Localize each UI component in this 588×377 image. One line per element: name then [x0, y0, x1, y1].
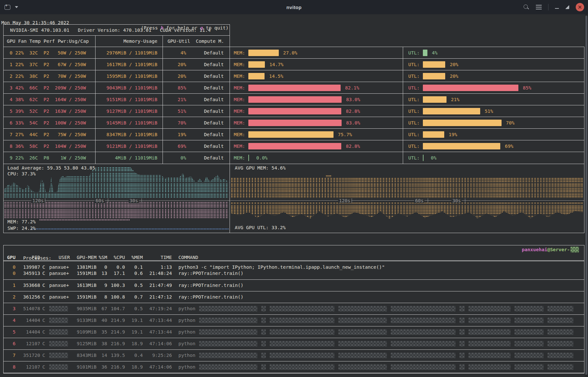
process-command: python: [172, 317, 584, 324]
process-pid: 14404: [16, 317, 40, 324]
gpu-util-cell: 20% Default: [163, 59, 230, 70]
swp-graph: [31, 228, 229, 230]
process-time: 9:25:26: [143, 352, 172, 359]
utl-gauge: UTL: 20%: [403, 59, 584, 70]
username: panxuehai: [522, 245, 548, 254]
process-command: python: [172, 329, 584, 336]
utl-gauge-bar: [423, 120, 502, 126]
censored-user-block: [49, 329, 68, 335]
utl-gauge-bar: [423, 131, 444, 138]
process-sm: 0: [96, 264, 107, 271]
process-table-body: 0 139987 C panxue+ 1381MiB 0 0.0 0.1 1:1…: [4, 261, 584, 373]
minimize-icon[interactable]: [555, 8, 559, 9]
search-icon[interactable]: [523, 4, 529, 10]
censored-command-block: [459, 329, 465, 335]
process-row[interactable]: 1 353668 C panxue+ 1613MiB 9 100.3 0.5 2…: [4, 280, 584, 291]
censored-command-block: [514, 341, 544, 347]
gpu-util-cell: 4% Default: [163, 47, 230, 58]
censored-command-block: [338, 353, 387, 358]
process-sm: 35: [96, 329, 107, 336]
censored-command-block: [391, 364, 456, 370]
censored-command-block: [391, 329, 456, 335]
process-pid: 361256: [16, 294, 40, 300]
gpu-util-value: 21%: [163, 97, 186, 102]
utl-gauge-bar: [423, 96, 447, 103]
mem-gauge-bar: [248, 61, 265, 68]
process-pid: 353668: [16, 282, 40, 289]
utl-gauge-bar: [423, 50, 427, 56]
mem-gauge: MEM: 75.7%: [230, 129, 403, 140]
process-cpu: 139.5: [107, 352, 125, 359]
process-row[interactable]: 3 514078 C 9035MiB 67 104.7 0.5 47:19:24…: [4, 303, 584, 315]
process-row[interactable]: 7 351720 C 8343MiB 14 139.5 0.4 9:25:26 …: [4, 350, 584, 361]
gpu-compute-mode: Default: [186, 120, 230, 125]
censored-command-block: [469, 353, 511, 358]
process-cpu: 216.9: [107, 341, 125, 347]
gpu-graphs: AVG GPU MEM: 54.6% 120s 60s 30s AVG GPU …: [230, 163, 584, 233]
process-time: 47:13:44: [143, 329, 172, 336]
censored-command-block: [270, 306, 334, 312]
process-gpu-index: 3: [4, 306, 16, 312]
censored-command-block: [270, 353, 334, 358]
gpu-memory-cell: 9121MiB / 11019MiB: [95, 140, 163, 152]
scrollbar-thumb[interactable]: [585, 16, 587, 375]
host-graphs: Load Average: 59.35 53.80 43.85 CPU: 37.…: [4, 163, 230, 233]
tick-30s-gpu: 30s: [451, 198, 462, 203]
utl-gauge: UTL: 19%: [403, 129, 584, 140]
mem-gauge-bar: [248, 120, 342, 126]
process-row[interactable]: 6 12107 C 9125MiB 38 216.9 18.9 47:14:06…: [4, 338, 584, 350]
process-gpu-index: 1: [4, 282, 16, 289]
process-mem: 18.9: [125, 341, 143, 347]
censored-command-block: [548, 329, 573, 335]
gpu-row: 7 27% 44C P2 75W / 250W 8347MiB / 11019M…: [4, 129, 584, 140]
gpu-compute-mode: Default: [186, 132, 230, 137]
process-row[interactable]: 4 14404 C 9133MiB 40 214.9 19.1 47:13:44…: [4, 315, 584, 326]
censored-command-block: [469, 329, 511, 335]
process-type: C: [40, 364, 47, 371]
process-sm: 40: [96, 317, 107, 324]
gpu-row: 6 33% 54C P2 100W / 250W 9145MiB / 11019…: [4, 117, 584, 129]
process-gpu-mem: 9035MiB: [70, 306, 96, 312]
gpu-row: 9 22% 26C P8 1W / 250W 4MiB / 11019MiB 0…: [4, 152, 584, 164]
mem-gauge-percent: 14.5%: [269, 74, 283, 79]
process-gpu-mem: 8343MiB: [70, 352, 96, 359]
gpu-util-value: 19%: [163, 132, 186, 137]
hostname-censor-block: [571, 247, 579, 253]
process-row[interactable]: 2 361256 C panxue+ 1591MiB 8 100.8 0.7 2…: [4, 291, 584, 303]
censored-command-block: [199, 364, 257, 370]
swp-label: SWP: 24.2%: [7, 226, 36, 231]
process-mem: 19.1: [125, 317, 143, 324]
utl-gauge-bar: [423, 108, 480, 114]
header-cpu: %CPU: [107, 254, 125, 260]
maximize-icon[interactable]: [565, 5, 569, 9]
censored-user-block: [49, 341, 68, 347]
gpu-util-cell: 85% Default: [163, 82, 230, 93]
close-icon[interactable]: [576, 3, 584, 11]
process-row[interactable]: 5 14404 C 9109MiB 35 214.9 19.1 47:13:44…: [4, 326, 584, 338]
process-type: C: [40, 341, 47, 347]
process-mem: 0.4: [125, 352, 143, 359]
gpu-row: 0 22% 32C P2 50W / 250W 2976MiB / 11019M…: [4, 47, 584, 59]
process-sm: 38: [96, 341, 107, 347]
process-time: 21:47:49: [143, 282, 172, 289]
menu-icon[interactable]: [536, 5, 542, 9]
process-cpu: 100.3: [107, 282, 125, 289]
gpu-util-value: 0%: [163, 155, 186, 160]
process-gpu-index: 5: [4, 329, 16, 336]
gpu-util-value: 85%: [163, 85, 186, 90]
process-gpu-mem: 9125MiB: [70, 341, 96, 347]
censored-command-block: [459, 306, 465, 312]
process-row[interactable]: 0 139987 C panxue+ 1381MiB 0 0.0 0.1 1:1…: [4, 261, 584, 280]
gpu-memory-cell: 9145MiB / 11019MiB: [95, 117, 163, 128]
mem-gauge: MEM: 83.0%: [230, 94, 403, 105]
process-gpu-index: 4: [4, 317, 16, 324]
process-pid: 514078: [16, 306, 40, 312]
censored-command-block: [338, 318, 387, 323]
process-user: panxue+: [47, 264, 70, 271]
process-user: panxue+: [47, 282, 70, 289]
col-memory-header: Memory-Usage: [95, 36, 163, 47]
process-row[interactable]: 8 12107 C 9101MiB 36 216.9 18.9 47:14:06…: [4, 361, 584, 373]
smi-version-text: NVIDIA-SMI 470.103.01 Driver Version: 47…: [10, 28, 211, 33]
utl-gauge-percent: 69%: [505, 144, 513, 149]
mem-gauge-bar: [248, 108, 341, 114]
